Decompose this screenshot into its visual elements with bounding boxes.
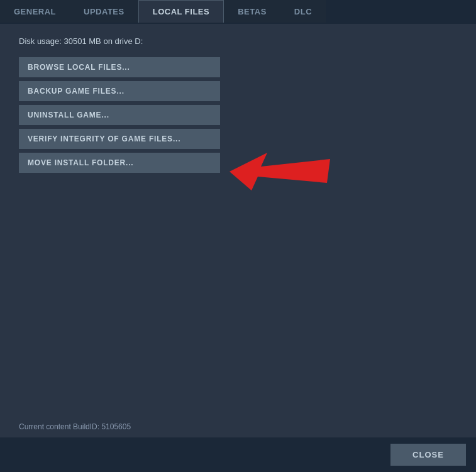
tab-updates[interactable]: UPDATES [70,0,138,23]
tab-dlc[interactable]: DLC [280,0,326,23]
uninstall-game-button[interactable]: UNINSTALL GAME... [19,105,220,125]
verify-integrity-button[interactable]: VERIFY INTEGRITY OF GAME FILES... [19,129,220,149]
tab-bar: GENERAL UPDATES LOCAL FILES BETAS DLC [0,0,476,24]
footer-bottom: CLOSE [0,437,476,472]
footer: Current content BuildID: 5105605 CLOSE [0,416,476,472]
backup-game-files-button[interactable]: BACKUP GAME FILES... [19,81,220,101]
main-content: Disk usage: 30501 MB on drive D: BROWSE … [0,24,476,416]
browse-local-files-button[interactable]: BROWSE LOCAL FILES... [19,57,220,77]
tab-general[interactable]: GENERAL [0,0,70,23]
move-install-folder-button[interactable]: MOVE INSTALL FOLDER... [19,153,220,173]
tab-local-files[interactable]: LOCAL FILES [138,0,224,23]
build-id-label: Current content BuildID: 5105605 [19,422,457,431]
tab-betas[interactable]: BETAS [224,0,280,23]
close-button[interactable]: CLOSE [390,444,466,466]
action-buttons-list: BROWSE LOCAL FILES... BACKUP GAME FILES.… [19,57,220,173]
disk-usage-label: Disk usage: 30501 MB on drive D: [19,36,457,46]
dialog: GENERAL UPDATES LOCAL FILES BETAS DLC Di… [0,0,476,472]
